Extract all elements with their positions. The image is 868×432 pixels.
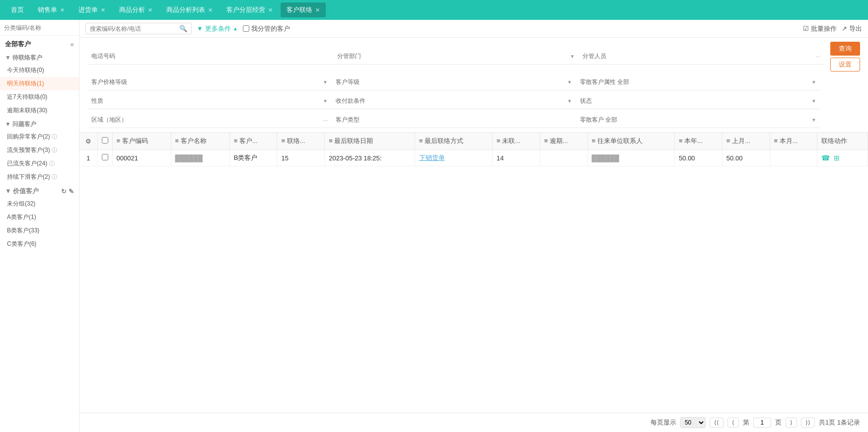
sidebar-item-churn-warning[interactable]: 流失预警客户(3) ⓘ xyxy=(0,144,79,157)
main-search-input[interactable] xyxy=(90,25,179,32)
sidebar-group-problem[interactable]: ▼ 问题客户 xyxy=(0,117,79,130)
first-page-btn[interactable]: ⟨⟨ xyxy=(710,418,723,428)
call-icon[interactable]: ☎ xyxy=(821,154,830,162)
sidebar-item-classC[interactable]: C类客户(6) xyxy=(0,237,79,251)
nav-close-icon[interactable]: ✕ xyxy=(208,7,213,13)
col-action-header: 联络动作 xyxy=(817,133,868,150)
prev-page-btn[interactable]: ⟨ xyxy=(727,418,739,428)
table-row: 1 000021 ██████ B类客户 15 2023-05-23 18:25… xyxy=(79,150,868,166)
cell-name: ██████ xyxy=(171,150,229,166)
sidebar-group-pending[interactable]: ▼ 待联络客户 xyxy=(0,51,79,64)
nav-item-home[interactable]: 首页 xyxy=(5,2,30,17)
table-body: 1 000021 ██████ B类客户 15 2023-05-23 18:25… xyxy=(79,150,868,166)
sidebar-item-overdue[interactable]: 逾期未联络(30) xyxy=(0,104,79,117)
sidebar-group-value[interactable]: ▼ 价值客户 ↻ ✎ xyxy=(0,184,79,197)
nav-item-customer-segment[interactable]: 客户分层经营✕ xyxy=(220,2,279,17)
sidebar-item-tomorrow[interactable]: 明天待联络(1) xyxy=(0,77,79,90)
filter-dropdown-price-level[interactable]: ▼ xyxy=(323,79,328,85)
filter-label-payment: 收付款条件 xyxy=(336,97,370,105)
more-conditions-btn[interactable]: ▼ 更多条件 ▲ xyxy=(197,24,238,33)
my-customers-filter[interactable]: 我分管的客户 xyxy=(243,24,290,33)
col-type-header: ≡ 客户... xyxy=(229,133,277,150)
filter-cell-customer-level: 客户等级 ▼ xyxy=(332,74,576,90)
filter-label-retail-attr: 零散客户属性 全部 xyxy=(580,78,629,86)
filter-dropdown-customer-level[interactable]: ▼ xyxy=(567,79,572,85)
nav-close-icon[interactable]: ✕ xyxy=(60,7,65,13)
sidebar-item-ungrouped[interactable]: 未分组(32) xyxy=(0,197,79,211)
nav-item-goods-analysis-list[interactable]: 商品分析列表✕ xyxy=(160,2,218,17)
all-customers-label: 全部客户 xyxy=(5,40,31,49)
sidebar-item-week[interactable]: 近7天待联络(0) xyxy=(0,90,79,104)
query-button[interactable]: 查询 xyxy=(830,42,860,56)
nav-item-sales[interactable]: 销售单✕ xyxy=(32,2,71,17)
filter-cell-retail: 零散客户 全部 ▼ xyxy=(576,112,820,128)
nav-item-goods-analysis[interactable]: 商品分析✕ xyxy=(113,2,158,17)
contact-person-blurred: ██████ xyxy=(592,154,619,162)
pagination-bar: 每页显示 50 100 200 ⟨⟨ ⟨ 第 页 ⟩ ⟩⟩ 共1页 1条记录 xyxy=(79,413,868,432)
set-button[interactable]: 设置 xyxy=(830,58,860,72)
filter-cell-region: 区域（地区） ··· xyxy=(87,112,332,128)
main-search-icon[interactable]: 🔍 xyxy=(179,25,187,32)
select-all-checkbox[interactable] xyxy=(102,137,108,144)
filter-dropdown-retail-attr[interactable]: ▼ xyxy=(811,79,816,85)
sidebar-value-refresh-icon[interactable]: ↻ xyxy=(61,188,67,195)
cell-checkbox[interactable] xyxy=(97,150,112,166)
cell-this-year: 50.00 xyxy=(675,150,723,166)
row-checkbox[interactable] xyxy=(102,154,108,160)
nav-item-purchase[interactable]: 进货单✕ xyxy=(72,2,111,17)
sidebar-collapse-icon[interactable]: « xyxy=(70,40,74,48)
grid-icon[interactable]: ⊞ xyxy=(834,154,840,162)
contact-method-link[interactable]: 下销货单 xyxy=(419,154,445,161)
col-settings[interactable]: ⚙ xyxy=(79,133,97,150)
filter-row-1: 电话号码 分管部门 ▼ 分管人员 ··· 查询 设置 xyxy=(87,42,860,72)
page-input[interactable] xyxy=(753,418,771,428)
sidebar-item-declining[interactable]: 持续下滑客户(2) ⓘ xyxy=(0,170,79,184)
per-page-select[interactable]: 50 100 200 xyxy=(680,417,706,428)
filter-dropdown-retail[interactable]: ▼ xyxy=(811,117,816,123)
sidebar-item-today[interactable]: 今天待联络(0) xyxy=(0,64,79,77)
page-label: 第 xyxy=(743,418,749,427)
filter-dropdown-payment[interactable]: ▼ xyxy=(567,98,572,104)
sidebar-item-classB[interactable]: B类客户(33) xyxy=(0,224,79,237)
nav-item-customer-contact[interactable]: 客户联络✕ xyxy=(281,2,326,17)
col-last-contact-method-header: ≡ 最后联络方式 xyxy=(415,133,492,150)
filter-row-3: 性质 ▼ 收付款条件 ▼ 状态 ▼ xyxy=(87,93,860,109)
col-uncontacted-header: ≡ 未联... xyxy=(493,133,540,150)
nav-close-icon[interactable]: ✕ xyxy=(101,7,105,13)
customer-table: ⚙ ≡ 客户编码 ≡ 客户名称 ≡ 客户... ≡ 联络... ≡ 最后联络日期… xyxy=(79,133,868,166)
nav-close-icon[interactable]: ✕ xyxy=(315,7,320,13)
batch-operation-btn[interactable]: ☑ 批量操作 xyxy=(803,24,837,33)
filter-cell-phone: 电话号码 xyxy=(87,49,333,65)
sidebar-item-churned[interactable]: 已流失客户(24) ⓘ xyxy=(0,157,79,170)
my-customers-checkbox[interactable] xyxy=(243,25,249,32)
customer-table-container: ⚙ ≡ 客户编码 ≡ 客户名称 ≡ 客户... ≡ 联络... ≡ 最后联络日期… xyxy=(79,133,868,413)
filter-label-customer-level: 客户等级 xyxy=(336,78,370,86)
filter-icon: ▼ xyxy=(197,25,203,32)
sidebar-item-abnormal[interactable]: 回购异常客户(2) ⓘ xyxy=(0,130,79,144)
advanced-filter-panel: 电话号码 分管部门 ▼ 分管人员 ··· 查询 设置 xyxy=(79,38,868,133)
filter-cell-customer-type: 客户类型 xyxy=(332,112,576,128)
filter-cell-person: 分管人员 ··· xyxy=(579,49,824,65)
col-contact-person-header: ≡ 往来单位联系人 xyxy=(587,133,675,150)
export-btn[interactable]: ↗ 导出 xyxy=(842,24,862,33)
cell-last-contact-method[interactable]: 下销货单 xyxy=(415,150,492,166)
filter-dots-person[interactable]: ··· xyxy=(816,54,820,60)
filter-dropdown-status[interactable]: ▼ xyxy=(811,98,816,104)
all-customers-header[interactable]: 全部客户 « xyxy=(0,36,79,51)
col-this-month-header: ≡ 本月... xyxy=(770,133,817,150)
filter-dots-region[interactable]: ··· xyxy=(323,117,328,123)
next-page-btn[interactable]: ⟩ xyxy=(786,418,797,428)
sidebar-search-input[interactable] xyxy=(4,24,78,31)
filter-label-person: 分管人员 xyxy=(582,52,617,61)
nav-close-icon[interactable]: ✕ xyxy=(268,7,273,13)
filter-dropdown-dept[interactable]: ▼ xyxy=(570,54,575,59)
col-checkbox[interactable] xyxy=(97,133,112,150)
nav-close-icon[interactable]: ✕ xyxy=(148,7,152,13)
filter-cell-price-level: 客户价格等级 ▼ xyxy=(87,74,332,90)
last-page-btn[interactable]: ⟩⟩ xyxy=(801,418,815,428)
filter-dropdown-nature[interactable]: ▼ xyxy=(323,98,328,104)
export-label: 导出 xyxy=(849,24,862,33)
sidebar-item-classA[interactable]: A类客户(1) xyxy=(0,211,79,224)
sidebar-value-edit-icon[interactable]: ✎ xyxy=(69,188,74,195)
cell-contact-person: ██████ xyxy=(587,150,675,166)
